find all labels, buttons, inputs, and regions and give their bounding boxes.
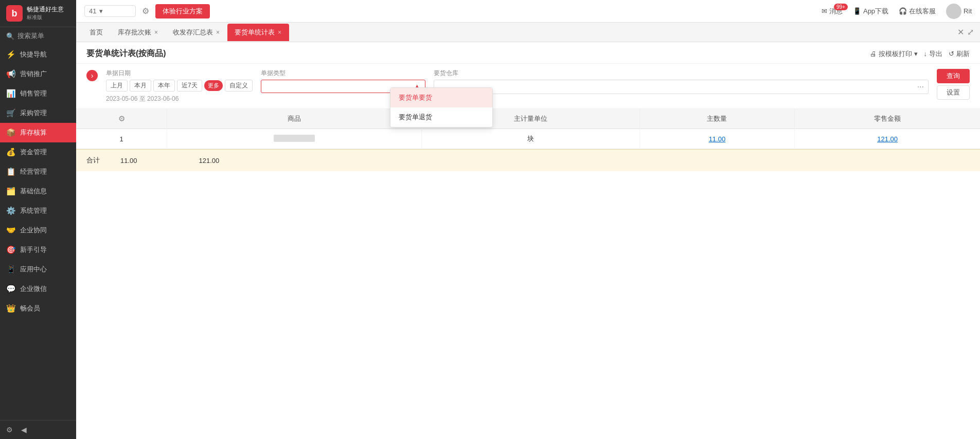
main-area: 41 ▾ ⚙ 体验行业方案 ✉ 消息 99+ 📱 App下载 🎧 在线客服 Ri…: [76, 0, 980, 439]
filter-warehouse-group: 要货仓库 ···: [434, 69, 929, 94]
date-btn-this-month[interactable]: 本月: [130, 80, 151, 92]
dropdown-item-order-goods[interactable]: 要货单要货: [390, 88, 492, 107]
settings-icon[interactable]: ⚙: [6, 426, 13, 434]
data-table: ⚙ 商品 主计量单位 主数量 零售金额 1 块: [76, 109, 980, 149]
total-row: 合计 11.00 121.00: [76, 149, 980, 171]
sidebar-item-finance[interactable]: 💰 资金管理: [0, 142, 76, 162]
sidebar-item-wechat-label: 企业微信: [20, 284, 47, 294]
col-settings: ⚙: [76, 109, 167, 129]
sidebar-item-basic[interactable]: 🗂️ 基础信息: [0, 181, 76, 201]
sidebar-item-marketing-label: 营销推广: [20, 69, 47, 79]
sidebar-footer: ⚙ ◀: [0, 420, 76, 439]
sidebar-item-appcenter[interactable]: 📱 应用中心: [0, 260, 76, 279]
sidebar-item-purchase[interactable]: 🛒 采购管理: [0, 103, 76, 123]
sidebar-item-finance-label: 资金管理: [20, 148, 47, 157]
tab-home[interactable]: 首页: [82, 24, 111, 41]
branch-select[interactable]: 41 ▾: [84, 5, 136, 17]
filter-settings-button[interactable]: 设置: [937, 85, 970, 100]
filter-expand-button[interactable]: ›: [86, 70, 98, 81]
purchase-icon: 🛒: [6, 108, 16, 118]
sidebar-item-member-label: 畅会员: [20, 304, 40, 313]
marketing-icon: 📢: [6, 69, 16, 79]
tabs-bar-end: ✕ ⤢: [957, 27, 974, 37]
sidebar-item-appcenter-label: 应用中心: [20, 265, 47, 274]
tab-order-stats-close[interactable]: ×: [278, 29, 281, 35]
page-actions: 🖨 按模板打印 ▾ ↓ 导出 ↺ 刷新: [870, 49, 970, 59]
tab-inventory-batch-label: 库存批次账: [118, 28, 151, 37]
content-area: 要货单统计表(按商品) 🖨 按模板打印 ▾ ↓ 导出 ↺ 刷新 ›: [76, 42, 980, 439]
date-btn-more[interactable]: 更多: [204, 80, 223, 91]
finance-icon: 💰: [6, 148, 16, 157]
sidebar-item-quick-nav[interactable]: ⚡ 快捷导航: [0, 45, 76, 64]
system-icon: ⚙️: [6, 206, 16, 215]
logo-icon: b: [6, 5, 23, 22]
cell-unit: 块: [421, 129, 639, 149]
trial-button[interactable]: 体验行业方案: [155, 4, 210, 19]
table-gear-icon[interactable]: ⚙: [118, 114, 125, 123]
date-btn-this-year[interactable]: 本年: [153, 80, 175, 92]
app-logo: b 畅捷通好生意 标准版: [0, 0, 76, 27]
user-profile[interactable]: Rit: [946, 4, 972, 19]
search-menu[interactable]: 🔍 搜索菜单: [0, 27, 76, 45]
sidebar-item-sales[interactable]: 📊 销售管理: [0, 84, 76, 103]
sidebar-item-newbie[interactable]: 🎯 新手引导: [0, 240, 76, 260]
print-icon: 🖨: [870, 50, 877, 58]
app-download-button[interactable]: 📱 App下载: [853, 7, 888, 16]
enterprise-icon: 🤝: [6, 226, 16, 235]
basic-icon: 🗂️: [6, 187, 16, 196]
sidebar-item-member[interactable]: 👑 畅会员: [0, 299, 76, 318]
sidebar-item-marketing[interactable]: 📢 营销推广: [0, 64, 76, 84]
filter-date-range: 2023-05-06 至 2023-06-06: [106, 95, 253, 103]
settings-gear-icon[interactable]: ⚙: [142, 6, 149, 16]
cell-quantity[interactable]: 11.00: [639, 129, 794, 149]
cell-amount[interactable]: 121.00: [795, 129, 980, 149]
tab-inventory-batch[interactable]: 库存批次账 ×: [111, 24, 166, 41]
refresh-icon: ↺: [949, 50, 954, 58]
sidebar-item-system[interactable]: ⚙️ 系统管理: [0, 201, 76, 221]
col-product: 商品: [167, 109, 422, 129]
date-btn-custom[interactable]: 自定义: [225, 80, 253, 92]
sidebar-item-wechat[interactable]: 💬 企业微信: [0, 279, 76, 299]
sidebar-item-inventory[interactable]: 📦 库存核算: [0, 123, 76, 142]
sidebar-nav: ⚡ 快捷导航 📢 营销推广 📊 销售管理 🛒 采购管理 📦 库存核算 💰 资金管…: [0, 45, 76, 420]
headset-icon: 🎧: [899, 7, 907, 15]
export-button[interactable]: ↓ 导出: [924, 49, 943, 59]
sidebar-item-operations-label: 经营管理: [20, 167, 47, 176]
tab-receive-summary-close[interactable]: ×: [216, 29, 220, 35]
tabs-bar: 首页 库存批次账 × 收发存汇总表 × 要货单统计表 × ✕ ⤢: [76, 23, 980, 42]
filter-warehouse-more-icon[interactable]: ···: [917, 82, 924, 92]
filter-date-group: 单据日期 上月 本月 本年 近7天 更多 自定义 2023-05-06 至 20…: [106, 69, 253, 103]
filter-warehouse-input[interactable]: [438, 83, 915, 91]
tabs-expand-icon[interactable]: ⤢: [967, 27, 974, 37]
data-table-wrap: ⚙ 商品 主计量单位 主数量 零售金额 1 块: [76, 109, 980, 149]
print-button[interactable]: 🖨 按模板打印 ▾: [870, 49, 918, 59]
avatar: [946, 4, 961, 19]
dropdown-item-order-return[interactable]: 要货单退货: [390, 107, 492, 127]
online-service-button[interactable]: 🎧 在线客服: [899, 7, 936, 16]
app-download-label: App下载: [863, 7, 888, 16]
tabs-close-icon[interactable]: ✕: [957, 27, 964, 37]
message-badge: 99+: [834, 4, 848, 10]
date-btn-last-month[interactable]: 上月: [106, 80, 128, 92]
tab-inventory-batch-close[interactable]: ×: [154, 29, 158, 35]
export-label: 导出: [929, 49, 942, 59]
filter-warehouse-input-box[interactable]: ···: [434, 80, 929, 94]
sales-icon: 📊: [6, 89, 16, 98]
table-row: 1 块 11.00 121.00: [76, 129, 980, 149]
refresh-label: 刷新: [956, 49, 970, 59]
online-service-label: 在线客服: [909, 7, 936, 16]
sidebar-item-enterprise[interactable]: 🤝 企业协同: [0, 221, 76, 240]
collapse-icon[interactable]: ◀: [21, 426, 27, 434]
date-btn-7days[interactable]: 近7天: [177, 80, 202, 92]
tab-receive-summary[interactable]: 收发存汇总表 ×: [166, 24, 227, 41]
sidebar-item-inventory-label: 库存核算: [20, 128, 47, 137]
tab-order-stats[interactable]: 要货单统计表 ×: [227, 24, 289, 41]
messages-button[interactable]: ✉ 消息 99+: [822, 7, 843, 16]
tab-receive-summary-label: 收发存汇总表: [173, 28, 213, 37]
member-icon: 👑: [6, 304, 16, 313]
refresh-button[interactable]: ↺ 刷新: [949, 49, 970, 59]
phone-icon: 📱: [853, 7, 861, 15]
query-button[interactable]: 查询: [937, 69, 970, 83]
type-dropdown: 要货单要货 要货单退货: [390, 87, 493, 127]
sidebar-item-operations[interactable]: 📋 经营管理: [0, 162, 76, 181]
